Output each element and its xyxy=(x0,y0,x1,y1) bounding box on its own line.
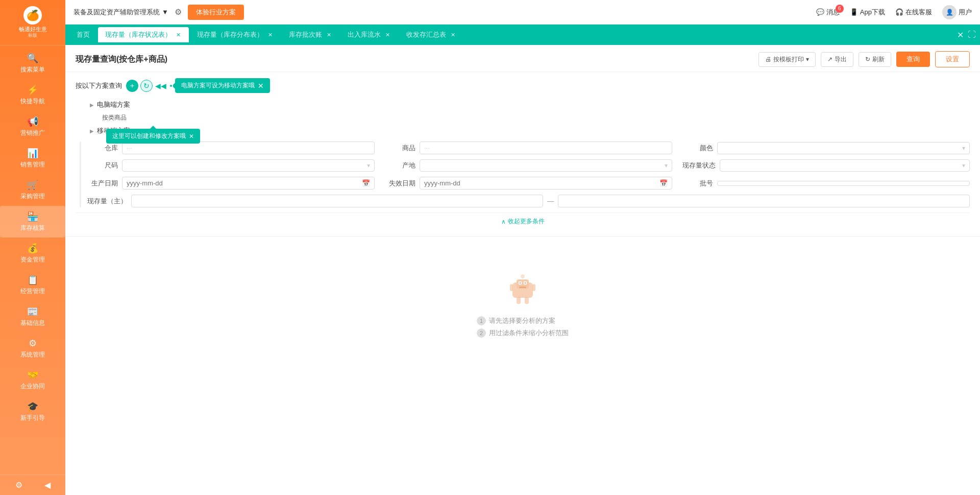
tab-inout-flow[interactable]: 出入库流水 ✕ xyxy=(340,27,398,42)
dropdown-arrow-icon: ▼ xyxy=(162,8,168,16)
stock-status-input[interactable]: ▾ xyxy=(720,159,970,172)
color-input[interactable]: ▾ xyxy=(717,142,970,154)
tab-inventory-dist-close[interactable]: ✕ xyxy=(266,31,274,38)
expiry-date-text[interactable] xyxy=(424,179,657,187)
sidebar-item-guide[interactable]: 🎓 新手引导 xyxy=(0,396,65,428)
logo-area: 🍊 畅通好生意 标版 xyxy=(0,0,65,45)
origin-chevron-icon: ▾ xyxy=(665,162,668,169)
sidebar-item-inventory[interactable]: 🏪 库存核算 xyxy=(0,206,65,238)
export-btn[interactable]: ↗ 导出 xyxy=(821,52,853,67)
online-service-btn[interactable]: 🎧 在线客服 xyxy=(895,8,932,17)
stock-main-max-input[interactable] xyxy=(558,195,970,207)
collapse-bar[interactable]: ∧ 收起更多条件 xyxy=(76,213,970,230)
user-btn[interactable]: 👤 用户 xyxy=(942,5,972,19)
warehouse-label: 仓库 xyxy=(87,144,118,153)
batch-no-label: 批号 xyxy=(682,179,713,188)
scheme-item-pc[interactable]: ▶ 电脑端方案 xyxy=(86,98,134,111)
template-print-btn[interactable]: 🖨 按模板打印 ▾ xyxy=(758,52,816,67)
experience-btn[interactable]: 体验行业方案 xyxy=(188,5,244,20)
filter-field-production-date: 生产日期 📅 xyxy=(87,177,375,190)
filter-fields-section: 仓库 ··· 商品 ··· 颜色 xyxy=(80,142,970,207)
tab-close-all-btn[interactable]: ✕ xyxy=(957,30,964,40)
chevron-down-icon: ▾ xyxy=(806,56,809,63)
color-chevron-icon: ▾ xyxy=(962,145,965,152)
sidebar-item-operation[interactable]: 📋 经营管理 xyxy=(0,269,65,301)
tab-batch-ledger[interactable]: 库存批次账 ✕ xyxy=(282,27,339,42)
export-icon: ↗ xyxy=(827,56,832,63)
sidebar-item-label: 营销推广 xyxy=(20,129,45,137)
reset-btn[interactable]: 设置 xyxy=(935,51,970,67)
tab-inventory-dist[interactable]: 现存量（库存分布表） ✕ xyxy=(190,27,281,42)
scheme-tooltip-text: 电脑方案可设为移动方案哦 xyxy=(181,81,255,90)
marketing-icon: 📢 xyxy=(27,116,38,127)
topbar-right: 💬 消息 6 📱 App下载 🎧 在线客服 👤 用户 xyxy=(816,5,972,19)
stock-main-max-text[interactable] xyxy=(562,197,965,205)
sidebar-item-system[interactable]: ⚙ 系统管理 xyxy=(0,333,65,364)
scheme-pc-sub-item-warehouse[interactable]: 按类商品 xyxy=(98,111,134,124)
tab-batch-ledger-close[interactable]: ✕ xyxy=(325,31,332,38)
tab-receive-summary[interactable]: 收发存汇总表 ✕ xyxy=(399,27,463,42)
tab-maximize-btn[interactable]: ⛶ xyxy=(968,30,976,39)
expiry-date-label: 失效日期 xyxy=(385,179,415,188)
tab-inventory-status-close[interactable]: ✕ xyxy=(175,31,182,38)
tab-batch-ledger-label: 库存批次账 xyxy=(289,30,322,39)
refresh-btn[interactable]: ↻ 刷新 xyxy=(859,52,891,67)
create-tooltip-close[interactable]: ✕ xyxy=(189,133,194,140)
tab-inventory-status[interactable]: 现存量（库存状况表） ✕ xyxy=(98,27,189,42)
app-download-label: App下载 xyxy=(860,8,885,17)
tab-home[interactable]: 首页 xyxy=(69,27,97,42)
finance-icon: 💰 xyxy=(27,243,38,254)
sidebar-item-finance[interactable]: 💰 资金管理 xyxy=(0,238,65,269)
sidebar-item-label: 库存核算 xyxy=(20,224,45,232)
sidebar-settings-btn[interactable]: ⚙ xyxy=(15,480,22,490)
origin-input[interactable]: ▾ xyxy=(420,159,672,172)
production-date-input[interactable]: 📅 xyxy=(122,177,375,190)
sidebar-item-search-menu[interactable]: 🔍 搜索菜单 xyxy=(0,48,65,79)
sidebar-item-label: 采购管理 xyxy=(20,192,45,201)
size-input[interactable]: ▾ xyxy=(122,159,375,172)
sidebar-collapse-btn[interactable]: ◀ xyxy=(44,480,51,490)
tab-receive-summary-close[interactable]: ✕ xyxy=(449,31,456,38)
back-btn[interactable]: ◀◀ xyxy=(155,80,167,92)
main-area: 装备及固定资产辅助管理系统 ▼ ⚙ 体验行业方案 💬 消息 6 📱 App下载 … xyxy=(65,0,980,495)
expiry-date-input[interactable]: 📅 xyxy=(420,177,672,190)
production-date-calendar-icon[interactable]: 📅 xyxy=(362,179,370,187)
system-title-dropdown[interactable]: 装备及固定资产辅助管理系统 ▼ xyxy=(74,8,168,17)
basic-icon: 📰 xyxy=(27,306,38,317)
search-btn[interactable]: 查询 xyxy=(896,52,930,67)
goods-input[interactable]: ··· xyxy=(420,142,672,154)
sidebar-item-enterprise[interactable]: 🤝 企业协同 xyxy=(0,364,65,396)
tab-receive-summary-label: 收发存汇总表 xyxy=(406,30,446,39)
stock-main-min-text[interactable] xyxy=(136,197,538,205)
tip-num-1: 1 xyxy=(477,316,486,325)
refresh-scheme-btn[interactable]: ↻ xyxy=(140,80,153,92)
empty-tips: 1 请先选择要分析的方案 2 用过滤条件来缩小分析范围 xyxy=(477,316,569,341)
sidebar-item-label: 资金管理 xyxy=(20,255,45,264)
size-label: 尺码 xyxy=(87,161,118,170)
app-download-btn[interactable]: 📱 App下载 xyxy=(850,8,885,17)
scheme-tooltip-close[interactable]: ✕ xyxy=(258,82,264,90)
add-scheme-btn[interactable]: ＋ xyxy=(126,80,138,92)
sidebar-item-marketing[interactable]: 📢 营销推广 xyxy=(0,111,65,143)
sidebar-item-purchase[interactable]: 🛒 采购管理 xyxy=(0,174,65,206)
inventory-icon: 🏪 xyxy=(27,211,38,222)
filter-field-batch-no: 批号 xyxy=(682,177,970,190)
sidebar-item-sales[interactable]: 📊 销售管理 xyxy=(0,143,65,174)
notification-btn[interactable]: 💬 消息 6 xyxy=(816,8,840,17)
expiry-date-calendar-icon[interactable]: 📅 xyxy=(659,179,668,187)
collapse-label: 收起更多条件 xyxy=(508,217,545,226)
svg-rect-10 xyxy=(525,297,529,304)
topbar-settings-icon[interactable]: ⚙ xyxy=(175,7,182,17)
batch-no-input[interactable] xyxy=(717,181,970,186)
tabbar-right: ✕ ⛶ xyxy=(957,30,976,40)
sidebar-item-label: 经营管理 xyxy=(20,287,45,296)
tab-inout-flow-close[interactable]: ✕ xyxy=(384,31,391,38)
stock-main-min-input[interactable] xyxy=(131,195,543,207)
stock-status-label: 现存量状态 xyxy=(682,161,716,170)
refresh-icon: ↻ xyxy=(865,56,870,63)
create-tooltip: 这里可以创建和修改方案哦 ✕ xyxy=(106,129,200,144)
sidebar-item-label: 新手引导 xyxy=(20,414,45,422)
sidebar-item-quick-nav[interactable]: ⚡ 快捷导航 xyxy=(0,79,65,111)
sidebar-item-basic[interactable]: 📰 基础信息 xyxy=(0,301,65,333)
production-date-text[interactable] xyxy=(127,179,360,187)
